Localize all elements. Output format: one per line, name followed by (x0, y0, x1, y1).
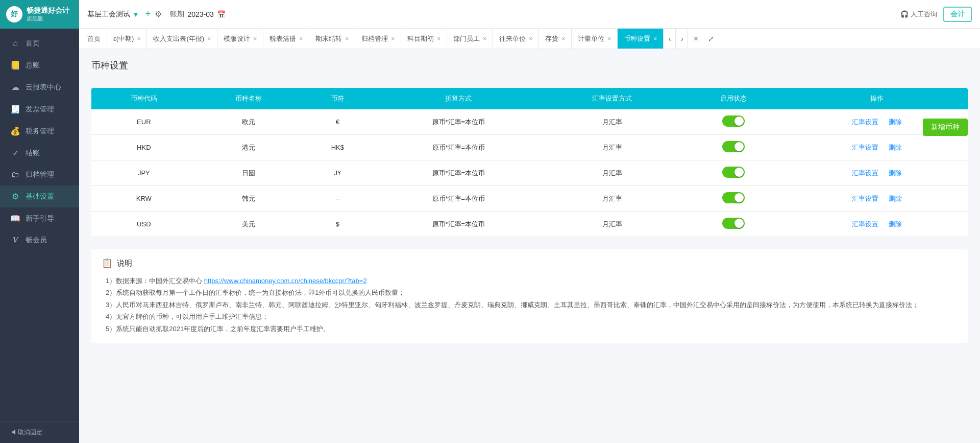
tab-close-icon[interactable]: × (391, 35, 395, 42)
tab-unit[interactable]: 计量单位 × (572, 29, 618, 49)
tab-period-transfer[interactable]: 期末结转 × (309, 29, 355, 49)
cell-name: 港元 (197, 135, 302, 160)
cell-code: USD (91, 212, 197, 237)
sidebar-item-archive[interactable]: 🗂 归档管理 (0, 164, 79, 185)
tab-next-button[interactable]: › (676, 29, 688, 49)
tab-archive[interactable]: 归档管理 × (355, 29, 401, 49)
tab-dept-staff[interactable]: 部门员工 × (447, 29, 493, 49)
sidebar-item-invoice[interactable]: 🧾 发票管理 (0, 98, 79, 120)
tab-midterm[interactable]: ε(中期) × (107, 29, 147, 49)
rate-settings-link[interactable]: 汇率设置 (852, 144, 878, 151)
company-settings-icon[interactable]: ⚙ (155, 9, 162, 19)
delete-link[interactable]: 删除 (889, 144, 902, 151)
add-company-button[interactable]: + (145, 9, 151, 19)
tab-label: 模版设计 (224, 34, 250, 43)
cell-name: 韩元 (197, 186, 302, 212)
add-currency-button[interactable]: 新增币种 (923, 119, 968, 136)
cell-status (681, 135, 786, 160)
tab-subject-init[interactable]: 科目期初 × (401, 29, 447, 49)
sidebar-item-label: 新手引导 (26, 214, 54, 223)
sidebar-item-ledger[interactable]: 📒 总账 (0, 54, 79, 76)
col-name: 币种名称 (197, 88, 302, 109)
period-display: 账期 2023-03 📅 (170, 10, 225, 19)
sidebar-item-closing[interactable]: ✓ 结账 (0, 142, 79, 164)
rate-settings-link[interactable]: 汇率设置 (852, 220, 878, 228)
table-row: KRW 韩元 -- 原币*汇率=本位币 月汇率 汇率设置 删除 (91, 186, 968, 212)
tab-close-icon[interactable]: × (137, 35, 140, 42)
account-button[interactable]: 会计 (943, 7, 972, 22)
table-header: 币种代码 币种名称 币符 折算方式 汇率设置方式 启用状态 操作 (91, 88, 968, 109)
col-rate-type: 汇率设置方式 (543, 88, 680, 109)
tab-label: 往来单位 (499, 34, 526, 43)
tab-close-icon[interactable]: × (299, 35, 303, 42)
sidebar-nav: ⌂ 首页 📒 总账 ☁ 云报表中心 🧾 发票管理 💰 税务管理 ✓ 结账 🗂 归… (0, 29, 79, 422)
tab-close-icon[interactable]: × (653, 35, 657, 42)
status-toggle[interactable] (722, 192, 745, 203)
sidebar-item-guide[interactable]: 📖 新手引导 (0, 207, 79, 229)
tab-label: 部门员工 (453, 34, 480, 43)
tab-close-icon[interactable]: × (253, 35, 257, 42)
cell-symbol: HK$ (301, 135, 374, 160)
status-toggle[interactable] (722, 141, 745, 152)
home-icon: ⌂ (10, 39, 20, 48)
topbar: 基层工会测试 ▼ + ⚙ 账期 2023-03 📅 🎧 人工咨询 会计 (79, 0, 980, 29)
notes-item: 2）系统自动获取每月第一个工作日的汇率标价，统一为直接标价法，即1外币可以兑换的… (106, 287, 958, 298)
cell-status (681, 186, 786, 212)
tab-currency[interactable]: 币种设置 × (618, 29, 664, 49)
sidebar-item-home[interactable]: ⌂ 首页 (0, 33, 79, 54)
tab-close-icon[interactable]: × (483, 35, 486, 42)
tab-inventory[interactable]: 存货 × (539, 29, 572, 49)
tab-close-icon[interactable]: × (207, 35, 211, 42)
service-button[interactable]: 🎧 人工咨询 (900, 10, 937, 19)
notes-item: 1）数据来源：中国外汇交易中心 https://www.chinamoney.c… (106, 275, 958, 287)
tab-label: 税表清册 (270, 34, 296, 43)
sidebar-item-tax[interactable]: 💰 税务管理 (0, 120, 79, 142)
tab-close-all-button[interactable]: × (688, 29, 703, 49)
sidebar-footer[interactable]: ◀ 取消固定 (0, 422, 79, 443)
rate-settings-link[interactable]: 汇率设置 (852, 169, 878, 177)
rate-settings-link[interactable]: 汇率设置 (852, 118, 878, 126)
currency-table: 币种代码 币种名称 币符 折算方式 汇率设置方式 启用状态 操作 EUR 欧元 … (91, 88, 968, 237)
sidebar-item-member[interactable]: V 畅会员 (0, 229, 79, 251)
status-toggle[interactable] (722, 115, 745, 127)
page-title-row: 币种设置 (91, 59, 968, 80)
tab-contacts[interactable]: 往来单位 × (493, 29, 539, 49)
status-toggle[interactable] (722, 218, 745, 229)
tab-close-icon[interactable]: × (437, 35, 440, 42)
tab-label: 币种设置 (624, 34, 650, 43)
delete-link[interactable]: 删除 (889, 118, 902, 126)
col-actions: 操作 (786, 88, 968, 109)
tab-annual-report[interactable]: 收入支出表(年报) × (147, 29, 217, 49)
cell-name: 美元 (197, 212, 302, 237)
tab-close-icon[interactable]: × (607, 35, 611, 42)
calendar-icon[interactable]: 📅 (217, 10, 226, 18)
tab-close-icon[interactable]: × (529, 35, 532, 42)
tab-home[interactable]: 首页 (81, 29, 107, 49)
tab-close-icon[interactable]: × (561, 35, 565, 42)
rate-settings-link[interactable]: 汇率设置 (852, 195, 878, 202)
tab-tax-list[interactable]: 税表清册 × (263, 29, 309, 49)
logo-text-group: 畅捷通好会计 旗舰版 (27, 6, 69, 22)
status-toggle[interactable] (722, 167, 745, 178)
col-calc: 折算方式 (374, 88, 543, 109)
main-content: 基层工会测试 ▼ + ⚙ 账期 2023-03 📅 🎧 人工咨询 会计 首页 ε… (79, 0, 980, 443)
tab-template[interactable]: 模版设计 × (217, 29, 263, 49)
cell-status (681, 212, 786, 237)
company-name: 基层工会测试 (87, 10, 130, 19)
notes-item: 3）人民币对马来西亚林吉特、俄罗斯卢布、南非兰特、韩元、阿联酋迪拉姆、沙特里亚尔… (106, 299, 958, 311)
account-label: 会计 (950, 10, 965, 18)
tab-label: 收入支出表(年报) (153, 34, 204, 43)
delete-link[interactable]: 删除 (889, 220, 902, 228)
tab-prev-button[interactable]: ‹ (664, 29, 676, 49)
sidebar-item-settings[interactable]: ⚙ 基础设置 (0, 185, 79, 207)
settings-icon: ⚙ (10, 192, 20, 201)
notes-link[interactable]: https://www.chinamoney.com.cn/chinese/bk… (204, 277, 367, 285)
tab-maximize-button[interactable]: ⤢ (703, 29, 719, 49)
delete-link[interactable]: 删除 (889, 169, 902, 177)
delete-link[interactable]: 删除 (889, 195, 902, 202)
company-selector[interactable]: 基层工会测试 ▼ (87, 10, 139, 19)
ledger-icon: 📒 (10, 60, 20, 70)
tab-close-icon[interactable]: × (345, 35, 349, 42)
sidebar-item-reports[interactable]: ☁ 云报表中心 (0, 76, 79, 98)
table-row: HKD 港元 HK$ 原币*汇率=本位币 月汇率 汇率设置 删除 (91, 135, 968, 160)
